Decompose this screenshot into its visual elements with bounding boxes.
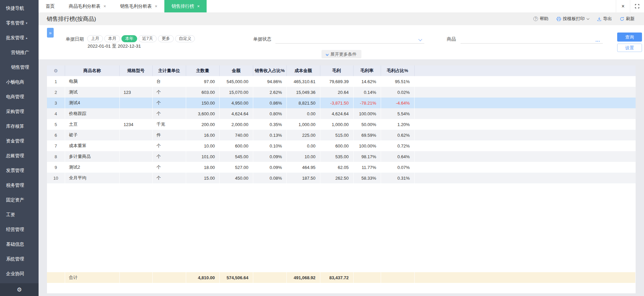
main-area: 首页 商品毛利分析表 × 销售毛利分析表 × 销售排行榜 × — [39, 0, 644, 296]
cell-cost: 225.00 — [286, 130, 320, 140]
cell-unit: 件 — [152, 130, 186, 140]
query-button[interactable]: 查询 — [617, 33, 642, 42]
cell-filler — [414, 130, 636, 140]
col-header-profit[interactable]: 毛利 — [320, 65, 353, 76]
totals-row: 合计 4,810.00 574,506.64 491,068.92 83,437… — [47, 272, 636, 283]
collapse-panel-button[interactable]: » — [47, 28, 54, 38]
tab-close-icon[interactable]: × — [104, 4, 106, 8]
date-range-chip[interactable]: 自定义 — [175, 35, 195, 42]
sidebar-item[interactable]: 工资 — [0, 208, 39, 222]
cell-revenue-share: 0.09% — [253, 151, 286, 162]
sales-ranking-table: ⚙ 商品名称 规格型号 主计量单位 主数量 金额 销售收入占比% 成本金额 毛利… — [47, 65, 636, 183]
chip-label: 本月 — [108, 36, 116, 42]
date-range-chip[interactable]: 上月 — [87, 35, 103, 42]
col-header-profit-rate[interactable]: 毛利率 — [353, 65, 381, 76]
date-range-chip[interactable]: 更多 — [158, 35, 174, 42]
tab-close-icon[interactable]: × — [197, 4, 200, 8]
date-range-chip[interactable]: 近7天 — [139, 35, 157, 42]
table-row[interactable]: 10 全月平均 个 15.00 450.00 0.08% 187.50 262.… — [47, 173, 636, 183]
cell-amount: 15,070.00 — [219, 87, 253, 98]
sidebar-item[interactable]: 基础信息 — [0, 237, 39, 252]
cell-amount: 545,000.00 — [219, 76, 253, 87]
cell-cost: 10.00 — [286, 151, 320, 162]
table-row[interactable]: 5 土豆 1234 千克 200.00 2,000.00 0.35% 1,000… — [47, 119, 636, 130]
table-row[interactable]: 1 电脑 台 97.00 545,000.00 94.86% 465,310.6… — [47, 76, 636, 87]
col-header-cost[interactable]: 成本金额 — [286, 65, 320, 76]
table-row[interactable]: 3 测试4 个 150.00 4,950.00 0.86% 8,821.50 -… — [47, 98, 636, 108]
table-row[interactable]: 8 多计量商品 个 101.00 545.00 0.09% 10.00 535.… — [47, 151, 636, 162]
print-by-template-button[interactable]: 按模板打印 — [556, 16, 589, 22]
sidebar-settings-button[interactable]: ⚙ — [0, 283, 39, 296]
date-range-chip[interactable]: 本月 — [104, 35, 120, 42]
expand-more-conditions-button[interactable]: 展开更多条件 — [321, 50, 361, 58]
fullscreen-button[interactable] — [630, 0, 644, 12]
more-options-dots-icon[interactable]: ... — [595, 39, 600, 41]
sidebar-item[interactable]: 发票管理 — [0, 163, 39, 178]
column-settings-header[interactable]: ⚙ — [47, 65, 65, 76]
tab-close-icon[interactable]: × — [155, 4, 158, 8]
col-header-revenue-share[interactable]: 销售收入占比% — [253, 65, 286, 76]
date-range-value[interactable]: 2022-01-01 至 2022-12-31 — [88, 43, 141, 49]
sidebar-item[interactable]: 企业协同 — [0, 267, 39, 281]
document-tab[interactable]: 销售排行榜 × — [164, 0, 207, 12]
totals-unit-cell — [152, 272, 186, 283]
table-row[interactable]: 2 测试 123 个 603.00 15,070.00 2.62% 15,049… — [47, 87, 636, 98]
sidebar-item[interactable]: 资金管理 — [0, 134, 39, 149]
col-header-unit[interactable]: 主计量单位 — [152, 65, 186, 76]
document-tab[interactable]: 商品毛利分析表 × — [62, 0, 113, 12]
table-row[interactable]: 6 裙子 件 16.00 740.00 0.13% 225.00 515.00 … — [47, 130, 636, 140]
cell-profit: 515.00 — [320, 130, 353, 140]
sidebar-item-label: 小畅电商 — [6, 79, 24, 85]
sidebar-item[interactable]: 快捷导航 — [0, 1, 39, 16]
sidebar-item[interactable]: 总账管理 — [0, 149, 39, 163]
tab-label: 销售毛利分析表 — [120, 3, 152, 9]
col-header-qty[interactable]: 主数量 — [186, 65, 219, 76]
product-filter-label: 商品 — [447, 36, 456, 42]
sidebar-item-label: 营销推广 — [11, 50, 29, 56]
cell-profit: 600.00 — [320, 140, 353, 151]
sidebar-item[interactable]: 固定资产 — [0, 193, 39, 208]
chevron-down-icon[interactable] — [587, 17, 589, 19]
sidebar-item-label: 销售管理 — [11, 64, 29, 70]
cell-qty: 3,600.00 — [186, 108, 219, 119]
cell-qty: 10.00 — [186, 140, 219, 151]
col-header-amount[interactable]: 金额 — [219, 65, 253, 76]
sidebar-item[interactable]: 批发管理 ▴ — [0, 31, 39, 45]
refresh-button[interactable]: 刷新 — [620, 16, 635, 22]
status-select[interactable] — [275, 34, 424, 44]
sidebar-item-label: 固定资产 — [6, 197, 24, 203]
help-button[interactable]: ? 帮助 — [533, 16, 548, 22]
cell-spec — [119, 76, 152, 87]
col-header-product-name[interactable]: 商品名称 — [65, 65, 119, 76]
col-header-profit-share[interactable]: 毛利占比% — [381, 65, 414, 76]
settings-button[interactable]: 设置 — [617, 44, 642, 52]
sidebar-item[interactable]: 销售管理 — [0, 60, 39, 75]
sidebar-item-label: 采购管理 — [6, 109, 24, 115]
sidebar-item[interactable]: 零售管理 ▾ — [0, 16, 39, 31]
cell-profit-rate: 14.62% — [353, 76, 381, 87]
product-input[interactable]: ... — [461, 34, 603, 44]
cell-profit: 79,689.39 — [320, 76, 353, 87]
cell-profit: 20.64 — [320, 87, 353, 98]
sidebar-item[interactable]: 采购管理 — [0, 104, 39, 119]
document-tab[interactable]: 销售毛利分析表 × — [113, 0, 164, 12]
sidebar-item[interactable]: 小畅电商 — [0, 75, 39, 90]
sidebar-item[interactable]: 电商管理 — [0, 90, 39, 104]
export-button[interactable]: 导出 — [597, 16, 612, 22]
col-header-spec[interactable]: 规格型号 — [119, 65, 152, 76]
cell-product-name: 裙子 — [65, 130, 119, 140]
sidebar-item[interactable]: 系统管理 — [0, 252, 39, 267]
date-range-chip[interactable]: 本年 — [121, 35, 137, 42]
cell-profit-rate: -78.21% — [353, 98, 381, 108]
sidebar-item[interactable]: 经营管理 — [0, 222, 39, 237]
cell-unit: 个 — [152, 162, 186, 173]
table-row[interactable]: 9 测试2 个 18.00 527.00 0.09% 464.95 62.05 … — [47, 162, 636, 173]
close-all-tabs-button[interactable]: × — [616, 0, 630, 12]
document-tab[interactable]: 首页 — [39, 0, 62, 12]
sidebar-item[interactable]: 税务管理 — [0, 178, 39, 193]
table-row[interactable]: 4 价格跟踪 个 3,600.00 4,624.64 0.80% 0.00 4,… — [47, 108, 636, 119]
sidebar-item[interactable]: 库存核算 — [0, 119, 39, 134]
sidebar-item[interactable]: 营销推广 — [0, 45, 39, 60]
chevron-down-icon — [418, 37, 422, 41]
table-row[interactable]: 7 成本重算 个 10.00 600.00 0.10% 0.00 600.00 … — [47, 140, 636, 151]
